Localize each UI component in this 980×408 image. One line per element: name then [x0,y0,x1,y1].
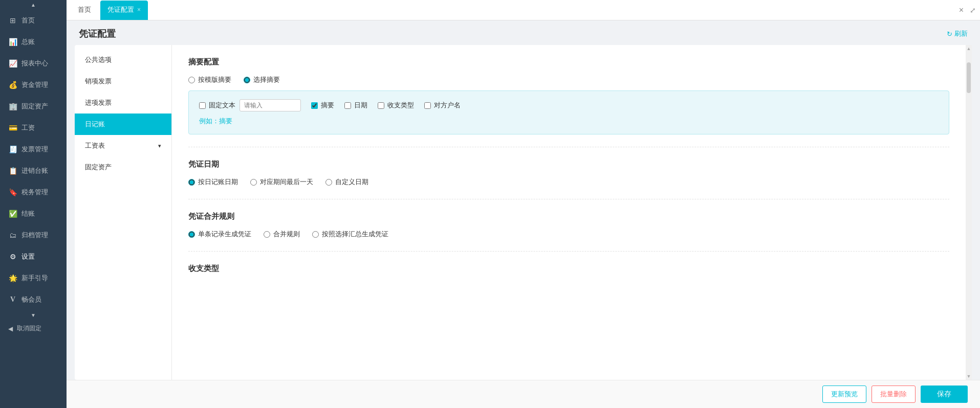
sidebar-item-invoice[interactable]: 🧾 发票管理 [0,139,67,160]
section-merge: 凭证合并规则 单条记录生成凭证 合并规则 [188,212,949,252]
nav-item-purchase[interactable]: 进项发票 [75,92,171,114]
nav-item-sales[interactable]: 销项发票 [75,71,171,92]
trade-icon: 📋 [8,167,17,175]
tax-icon: 🔖 [8,188,17,196]
content-wrapper: 凭证配置 ↻ 刷新 公共选项 销项发票 进项发票 日记账 [67,20,980,408]
sidebar-item-ledger[interactable]: 📊 总账 [0,31,67,53]
tab-close-button[interactable]: × [137,6,141,13]
sidebar-item-salary[interactable]: 💳 工资 [0,117,67,139]
save-button[interactable]: 保存 [921,386,968,403]
sidebar-scroll-up[interactable]: ▲ [0,0,67,10]
update-preview-button[interactable]: 更新预览 [822,386,866,403]
scrollbar-track: ▲ ▼ [966,45,972,380]
summary-mode-options: 按模版摘要 选择摘要 [188,75,949,84]
refresh-icon: ↻ [947,30,952,38]
date-title: 凭证日期 [188,160,949,169]
batch-delete-button[interactable]: 批量删除 [872,386,916,403]
main-area: 首页 凭证配置 × × ⤢ 凭证配置 ↻ 刷新 公共选项 [67,0,980,408]
radio-custom-date[interactable]: 自定义日期 [325,177,368,187]
radio-journal-date[interactable]: 按日记账日期 [188,177,238,187]
section-income-type: 收支类型 [188,264,949,302]
sidebar-item-settings[interactable]: ⚙ 设置 [0,246,67,267]
body-layout: 公共选项 销项发票 进项发票 日记账 工资表 ▾ 固定资产 [67,45,980,380]
radio-period-last-day[interactable]: 对应期间最后一天 [250,177,313,187]
summary-options-row: 固定文本 摘要 日期 [199,99,939,111]
home-icon: ⊞ [8,16,17,25]
left-nav: 公共选项 销项发票 进项发票 日记账 工资表 ▾ 固定资产 [75,45,172,380]
fixed-text-row: 固定文本 [199,99,301,111]
nav-item-fixed-asset[interactable]: 固定资产 [75,156,171,178]
summary-title: 摘要配置 [188,57,949,67]
summary-config-box: 固定文本 摘要 日期 [188,90,949,134]
tab-home[interactable]: 首页 [71,1,98,20]
scroll-up-arrow[interactable]: ▲ [966,45,972,52]
nav-item-journal[interactable]: 日记账 [75,114,171,135]
salary-chevron-icon: ▾ [158,143,161,149]
section-summary: 摘要配置 按模版摘要 选择摘要 [188,57,949,147]
nav-item-public[interactable]: 公共选项 [75,49,171,71]
sidebar-item-home[interactable]: ⊞ 首页 [0,10,67,31]
checkbox-counterpart[interactable]: 对方户名 [424,101,461,110]
sidebar-item-report[interactable]: 📈 报表中心 [0,53,67,74]
checkbox-summary[interactable]: 摘要 [311,101,334,110]
pin-icon: ◀ [8,325,13,332]
bottom-action-bar: 更新预览 批量删除 保存 [67,380,980,408]
report-icon: 📈 [8,59,17,67]
radio-template-summary[interactable]: 按模版摘要 [188,75,231,84]
settings-icon: ⚙ [8,253,17,261]
page-title: 凭证配置 [79,28,116,40]
tab-bar: 首页 凭证配置 × × ⤢ [67,0,980,20]
sidebar-item-asset[interactable]: 🏢 固定资产 [0,96,67,117]
vip-icon: V [8,296,17,304]
sidebar-item-tax[interactable]: 🔖 税务管理 [0,182,67,203]
fixed-text-input[interactable] [239,99,301,111]
right-content: 摘要配置 按模版摘要 选择摘要 [172,45,966,380]
window-maximize-button[interactable]: ⤢ [970,6,976,14]
settle-icon: ✅ [8,210,17,218]
window-controls: × ⤢ [959,6,976,15]
radio-single-record[interactable]: 单条记录生成凭证 [188,230,251,239]
asset-icon: 🏢 [8,102,17,110]
sidebar-item-vip[interactable]: V 畅会员 [0,289,67,310]
sidebar-item-guide[interactable]: 🌟 新手引导 [0,267,67,289]
page-header: 凭证配置 ↻ 刷新 [67,20,980,45]
home-tab-label: 首页 [78,5,91,14]
sidebar-item-settle[interactable]: ✅ 结账 [0,203,67,224]
merge-title: 凭证合并规则 [188,212,949,221]
radio-merge-rule[interactable]: 合并规则 [264,230,300,239]
sidebar-item-archive[interactable]: 🗂 归档管理 [0,224,67,246]
scroll-thumb[interactable] [967,62,971,93]
checkbox-income-type[interactable]: 收支类型 [378,101,414,110]
checkbox-date[interactable]: 日期 [344,101,367,110]
archive-icon: 🗂 [8,231,17,239]
income-type-title: 收支类型 [188,264,949,274]
merge-options-row: 单条记录生成凭证 合并规则 按照选择汇总生成凭证 [188,230,949,239]
radio-summary-generate[interactable]: 按照选择汇总生成凭证 [312,230,388,239]
invoice-icon: 🧾 [8,145,17,153]
nav-item-salary[interactable]: 工资表 ▾ [75,135,171,156]
radio-select-summary[interactable]: 选择摘要 [244,75,280,84]
sidebar-item-trade[interactable]: 📋 进销台账 [0,160,67,182]
active-tab-label: 凭证配置 [107,5,134,14]
example-text: 例如：摘要 [199,117,939,126]
fund-icon: 💰 [8,81,17,89]
checkbox-fixed-text[interactable]: 固定文本 [199,101,235,110]
sidebar-unpin-button[interactable]: ◀ 取消固定 [0,320,67,337]
ledger-icon: 📊 [8,38,17,46]
section-date: 凭证日期 按日记账日期 对应期间最后一天 [188,160,949,199]
sidebar-item-fund[interactable]: 💰 资金管理 [0,74,67,96]
sidebar: ▲ ⊞ 首页 📊 总账 📈 报表中心 💰 资金管理 🏢 固定资产 💳 工资 🧾 … [0,0,67,408]
tab-voucher-config[interactable]: 凭证配置 × [100,1,148,20]
guide-icon: 🌟 [8,274,17,282]
scroll-down-arrow[interactable]: ▼ [966,373,972,380]
sidebar-scroll-down[interactable]: ▼ [0,310,67,320]
window-close-button[interactable]: × [959,6,964,15]
refresh-button[interactable]: ↻ 刷新 [947,29,968,38]
salary-icon: 💳 [8,124,17,132]
date-options-row: 按日记账日期 对应期间最后一天 自定义日期 [188,177,949,187]
